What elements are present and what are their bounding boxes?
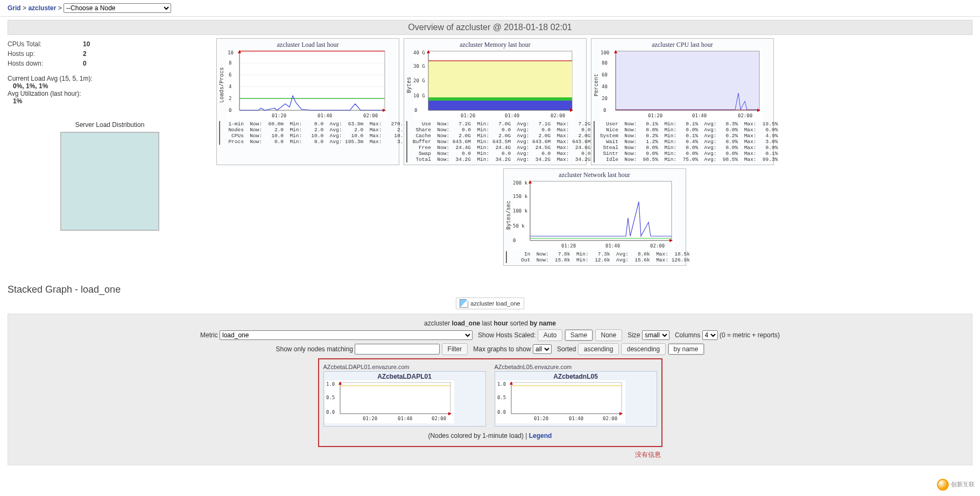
size-label: Size <box>628 331 640 339</box>
svg-text:0: 0 <box>513 238 516 243</box>
legend-row: Nodes Now: 2.0 Min: 2.0 Avg: 2.0 Max: 2. <box>219 127 397 133</box>
svg-text:4: 4 <box>229 84 231 89</box>
legend-row: Procs Now: 0.0 Min: 0.0 Avg: 195.3m Max:… <box>219 139 397 145</box>
svg-text:02:00: 02:00 <box>650 243 665 249</box>
host-column: AZcbetaLDAPL01.envazure.comAZcbetaLDAPL0… <box>323 364 486 427</box>
stacked-graph-image[interactable]: azcluster load_one <box>456 297 524 309</box>
legend-row: CPUs Now: 10.0 Min: 10.0 Avg: 10.0 Max: … <box>219 133 397 139</box>
max-graphs-label: Max graphs to show <box>473 345 531 353</box>
svg-text:0.0: 0.0 <box>326 409 335 415</box>
columns-label: Columns <box>675 331 700 339</box>
legend-row: Cache Now: 2.0G Min: 2.0G Avg: 2.0G Max:… <box>406 133 584 139</box>
host-chart[interactable]: AZcbetadnL050.00.51.001:2001:4002:00 <box>495 371 657 427</box>
hosts-up-value: 2 <box>83 50 87 58</box>
svg-text:1.0: 1.0 <box>497 381 506 387</box>
cpus-value: 10 <box>83 40 90 48</box>
metric-label: Metric <box>200 331 218 339</box>
network-chart[interactable]: azcluster Network last hour Bytes/sec 05… <box>503 168 686 266</box>
legend-row: Buffer Now: 643.6M Min: 643.5M Avg: 643.… <box>406 139 584 145</box>
svg-text:01:20: 01:20 <box>648 113 662 118</box>
scale-auto-button[interactable]: Auto <box>538 329 563 341</box>
filter-button[interactable]: Filter <box>442 343 468 355</box>
stacked-title: Stacked Graph - load_one <box>8 284 980 295</box>
nodes-colored-text: (Nodes colored by 1-minute load) | <box>428 432 529 440</box>
filter-input[interactable] <box>355 344 440 355</box>
svg-text:0.0: 0.0 <box>497 409 506 415</box>
svg-rect-24 <box>428 97 572 101</box>
breadcrumb-grid[interactable]: Grid <box>8 4 21 12</box>
hosts-down-value: 0 <box>83 60 87 67</box>
size-select[interactable]: small <box>642 330 669 340</box>
load-chart[interactable]: azcluster Load last hour Loads/Procs 024… <box>216 38 399 165</box>
metric-select[interactable]: load_one <box>220 330 473 340</box>
load-avg-value: 0%, 1%, 1% <box>13 82 212 90</box>
svg-rect-80 <box>511 382 622 414</box>
cpu-chart[interactable]: azcluster CPU last hour Percent 02040608… <box>591 38 774 165</box>
y-axis-label: Loads/Procs <box>219 50 225 120</box>
svg-text:50 k: 50 k <box>513 223 525 229</box>
server-load-distribution[interactable] <box>60 132 159 231</box>
host-chart[interactable]: AZcbetaLDAPL010.00.51.001:2001:4002:00 <box>323 371 486 427</box>
y-axis-label: Percent <box>594 50 600 120</box>
svg-text:01:20: 01:20 <box>272 113 286 118</box>
host-short-name: AZcbetaLDAPL01 <box>325 373 484 380</box>
svg-text:100: 100 <box>601 50 609 55</box>
scale-same-button[interactable]: Same <box>565 329 593 341</box>
svg-text:02:00: 02:00 <box>738 113 752 118</box>
memory-chart[interactable]: azcluster Memory last hour Bytes 010 G20… <box>404 38 587 165</box>
svg-text:8: 8 <box>229 60 231 66</box>
svg-text:01:40: 01:40 <box>505 113 519 118</box>
scale-none-button[interactable]: None <box>595 329 623 341</box>
legend-link[interactable]: Legend <box>529 432 552 440</box>
legend-row: Use Now: 7.2G Min: 7.0G Avg: 7.1G Max: 7… <box>406 121 584 127</box>
sort-description: azcluster load_one last hour sorted by n… <box>8 320 972 327</box>
net-plot: 050 k100 k150 k200 k 01:20 01:40 02:00 <box>513 180 674 250</box>
svg-text:01:40: 01:40 <box>398 416 412 421</box>
legend-row: Free Now: 24.4G Min: 24.4G Avg: 24.5G Ma… <box>406 145 584 151</box>
filter-label: Show only nodes matching <box>276 345 352 353</box>
sort-desc-button[interactable]: descending <box>621 343 666 355</box>
svg-rect-25 <box>428 101 572 110</box>
sort-byname-button[interactable]: by name <box>668 343 704 355</box>
host-plot: 0.00.51.001:2001:4002:00 <box>496 380 625 423</box>
svg-text:0: 0 <box>414 108 417 113</box>
chart-title: azcluster Memory last hour <box>406 41 584 49</box>
overview-title: Overview of azcluster @ 2018-01-18 02:01 <box>8 20 972 35</box>
svg-text:0.5: 0.5 <box>497 395 506 400</box>
chart-title: azcluster Network last hour <box>506 171 683 179</box>
y-axis-label: Bytes/sec <box>506 180 512 250</box>
svg-text:30 G: 30 G <box>413 63 425 69</box>
legend-row: User Now: 0.1% Min: 0.1% Avg: 0.3% Max: … <box>594 121 771 127</box>
host-fqdn[interactable]: AZcbetadnL05.envazure.com <box>495 364 657 370</box>
svg-rect-54 <box>530 181 672 240</box>
load-avg-label: Current Load Avg (15, 5, 1m): <box>8 75 212 82</box>
svg-text:0: 0 <box>603 108 606 113</box>
chart-title: azcluster Load last hour <box>219 41 397 49</box>
max-graphs-select[interactable]: all <box>533 344 552 354</box>
broken-image-alt: azcluster load_one <box>470 300 520 307</box>
legend-row: Total Now: 34.2G Min: 34.2G Avg: 34.2G M… <box>406 157 584 162</box>
legend-row: Nice Now: 0.0% Min: 0.0% Avg: 0.0% Max: … <box>594 127 771 133</box>
cpus-label: CPUs Total: <box>8 40 83 48</box>
sep: > <box>23 4 26 12</box>
breadcrumb-cluster[interactable]: azcluster <box>28 4 56 12</box>
host-fqdn[interactable]: AZcbetaLDAPL01.envazure.com <box>323 364 486 370</box>
svg-text:6: 6 <box>229 72 231 77</box>
breadcrumb: Grid > azcluster > --Choose a Node <box>0 0 980 17</box>
legend-row: Idle Now: 98.5% Min: 75.0% Avg: 98.5% Ma… <box>594 157 771 162</box>
svg-text:10: 10 <box>228 50 234 55</box>
svg-text:02:00: 02:00 <box>363 113 378 118</box>
svg-text:100 k: 100 k <box>513 208 528 214</box>
svg-text:01:20: 01:20 <box>534 416 548 421</box>
svg-text:150 k: 150 k <box>513 194 528 199</box>
legend-row: Wait Now: 1.2% Min: 0.4% Avg: 0.9% Max: … <box>594 139 771 145</box>
hosts-down-label: Hosts down: <box>8 60 83 67</box>
sort-asc-button[interactable]: ascending <box>578 343 619 355</box>
columns-select[interactable]: 4 <box>702 330 718 340</box>
svg-text:02:00: 02:00 <box>432 416 446 421</box>
svg-text:0.5: 0.5 <box>326 395 335 400</box>
host-column: AZcbetadnL05.envazure.comAZcbetadnL050.0… <box>495 364 657 427</box>
util-label: Avg Utilization (last hour): <box>8 90 212 97</box>
node-select[interactable]: --Choose a Node <box>64 3 171 13</box>
svg-text:200 k: 200 k <box>513 180 528 186</box>
